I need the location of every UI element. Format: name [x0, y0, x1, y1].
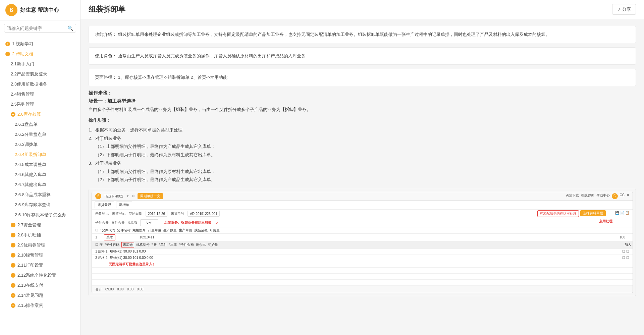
tab-laihuodengji[interactable]: 来货登记 [95, 202, 114, 208]
sidebar-item-2-6-7[interactable]: 2.6.7其他出库单 [0, 180, 80, 190]
sidebar-item-2-6-3[interactable]: 2.6.3调拨单 [0, 139, 80, 150]
steps-section: 操作步骤： 场景一：加工类型选择 当由多个子件材料组装成一个成品的业务为【组装】… [89, 90, 636, 296]
sidebar-item-help-docs[interactable]: − 2.帮助文档 [0, 49, 80, 59]
sidebar-item-2-3[interactable]: 2.3使用前数据准备 [0, 79, 80, 89]
sidebar-item-2-14[interactable]: + 2.14常见问题 [0, 290, 80, 300]
sidebar-item-label: 2.10经营管理 [17, 252, 43, 258]
annotation-btn-select[interactable]: 选择转料单据 [580, 210, 606, 216]
sidebar-item-label: 2.6.8商品成本重算 [15, 192, 51, 198]
sidebar-item-label: 2.6.3调拨单 [15, 142, 38, 148]
sidebar-item-label: 2.2产品安装及登录 [11, 71, 47, 77]
sidebar-item-label: 2.6.4组装拆卸单 [15, 152, 46, 158]
expand-icon: + [11, 293, 15, 298]
brand-name: 好生意 帮助中心 [20, 7, 59, 14]
step-2-sub1: （1）上部明细为父件明细，最终作为产成品生成其它入库单； [95, 143, 636, 151]
sidebar-item-2-12[interactable]: + 2.12系统个性化设置 [0, 270, 80, 280]
sub-col1: ☐ 序 [95, 242, 103, 247]
annotation-enable: 启用处理 [599, 219, 612, 224]
sidebar-item-label: 2.5采购管理 [11, 101, 34, 107]
sidebar-item-2-6[interactable]: − 2.6库存核算 [0, 109, 80, 119]
logo-area: 6 好生意 帮助中心 [0, 0, 80, 20]
type-toggle-label: 父件合并 [111, 220, 125, 225]
search-box[interactable]: 🔍 [4, 24, 76, 33]
expand-icon: + [11, 243, 15, 247]
search-area: 🔍 [0, 20, 80, 36]
sidebar-item-2-7[interactable]: + 2.7资金管理 [0, 220, 80, 230]
form-col1: *父件代码 [100, 228, 115, 233]
sub-col4: * 拼 [152, 242, 157, 247]
top-right-icons: App下载在线咨询帮助中心 C CC ✕ [566, 193, 629, 199]
sidebar-item-video[interactable]: + 1.视频学习 [0, 39, 80, 49]
sidebar-item-2-6-5[interactable]: 2.6.5成本调整单 [0, 160, 80, 170]
sidebar-item-label: 2.6.1盘点单 [15, 121, 38, 127]
sidebar-item-label: 2.6库存核算 [17, 111, 41, 117]
sidebar-item-2-6-6[interactable]: 2.6.6其他入库单 [0, 170, 80, 180]
sidebar-item-2-6-10[interactable]: 2.6.10库存账本错了怎么办 [0, 210, 80, 220]
steps-intro: 操作步骤： [89, 116, 636, 124]
tab-xinzengdan[interactable]: 新增单 [116, 202, 132, 208]
sidebar-item-2-11[interactable]: + 2.11打印设置 [0, 260, 80, 270]
close-icon[interactable]: ✕ [627, 193, 629, 199]
search-input[interactable] [7, 26, 67, 31]
expand-icon: + [11, 223, 15, 227]
step-3-sub2: （2）下部明细为子件明细，最终作为产成品生成其它入库单。 [95, 176, 636, 184]
form-col2: 父件名称 [117, 228, 130, 233]
sidebar-item-2-9[interactable]: + 2.9优惠券管理 [0, 240, 80, 250]
sidebar-item-label: 2.13在线支付 [17, 282, 43, 288]
expand-icon: + [11, 253, 15, 258]
top-orange-btn[interactable]: 同期单据一文 [138, 193, 163, 199]
sidebar-item-2-4[interactable]: 2.4销售管理 [0, 89, 80, 99]
role-text: 通常由生产人员或库管人员完成拆装业务的操作，库管人员确认原材料的出库和产成品的入… [118, 53, 306, 58]
footer-val2: 0.00 [117, 287, 123, 291]
footer-label: 合计 [95, 287, 102, 292]
sidebar-item-2-2[interactable]: 2.2产品安装及登录 [0, 69, 80, 79]
sidebar-item-label: 1.视频学习 [12, 41, 33, 47]
sidebar-item-2-6-8[interactable]: 2.6.8商品成本重算 [0, 190, 80, 200]
role-label: 使用角色： [95, 53, 117, 58]
sidebar-item-2-6-4[interactable]: 2.6.4组装拆卸单 [0, 150, 80, 160]
nav-tree: + 1.视频学习 − 2.帮助文档 2.1新手入门 2.2产品安装及登录 2.3… [0, 36, 80, 335]
logo-icon: 6 [5, 4, 17, 16]
sidebar-item-2-8[interactable]: + 2.8手机旺铺 [0, 230, 80, 240]
sub-col9: 初始量 [208, 242, 218, 247]
sidebar-item-2-10[interactable]: + 2.10经营管理 [0, 250, 80, 260]
share-button[interactable]: ↗ 分享 [612, 4, 636, 15]
sidebar-item-label: 2.8手机旺铺 [17, 232, 41, 238]
num-label: 批次数 [127, 220, 138, 225]
form-date-label: 签约日期 [129, 211, 142, 216]
step-2: 2、对于组装业务 [89, 134, 636, 143]
action-btns: 💾 📄 📋 [615, 211, 629, 215]
num-input[interactable]: 0次 [140, 219, 158, 226]
sidebar-item-2-5[interactable]: 2.5采购管理 [0, 99, 80, 109]
sidebar-item-label: 2.15操作案例 [17, 302, 43, 309]
sidebar-item-2-15[interactable]: + 2.15操作案例 [0, 300, 80, 311]
form-date-value[interactable]: 2019-12-26 [146, 211, 167, 217]
arrow-left-icon: ↙ [215, 220, 219, 225]
subform-label: 子件合并 [95, 220, 109, 225]
sidebar-item-label: 2.6.2分量盘点单 [15, 131, 46, 137]
sub-col3: 规格型号 [136, 242, 150, 247]
share-label: 分享 [622, 6, 631, 12]
sidebar-item-label: 2.6.6其他入库单 [15, 172, 46, 178]
expand-icon: + [5, 42, 10, 46]
subrow2-icons: ☐ ☐ [622, 256, 629, 260]
collapse-icon-2-6: − [11, 112, 15, 117]
settings-icon: ⚙ [132, 194, 135, 198]
footer-val4: 0.00 [137, 287, 143, 291]
sidebar-item-label: 2.11打印设置 [17, 262, 43, 268]
search-icon[interactable]: 🔍 [67, 25, 73, 31]
sidebar-item-label: 2.7资金管理 [17, 222, 41, 228]
sidebar-item-label: 2.14常见问题 [17, 292, 43, 298]
sidebar-item-2-13[interactable]: + 2.13在线支付 [0, 280, 80, 290]
footer-val1: 89.00 [105, 287, 114, 291]
sidebar-item-2-6-2[interactable]: 2.6.2分量盘点单 [0, 129, 80, 139]
page-title: 组装拆卸单 [89, 4, 125, 14]
sidebar-item-2-6-1[interactable]: 2.6.1盘点单 [0, 119, 80, 129]
subrow6 [92, 280, 633, 286]
sidebar-item-2-6-9[interactable]: 2.6.9库存账本查询 [0, 200, 80, 210]
arrow-up-icon: ↑ [152, 262, 154, 267]
subrow2: 2 规格 2 [95, 256, 108, 260]
sidebar-item-2-1[interactable]: 2.1新手入门 [0, 59, 80, 69]
subrow1-icons: ☐ ☐ [622, 249, 629, 253]
sidebar: 6 好生意 帮助中心 🔍 + 1.视频学习 − 2.帮助文档 2.1新手入门 2… [0, 0, 80, 335]
